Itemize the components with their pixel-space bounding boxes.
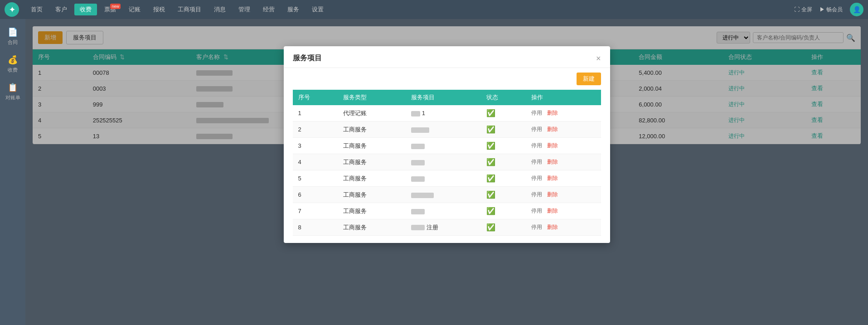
modal-cell-item bbox=[406, 187, 481, 203]
modal-cell-action: 停用 删除 bbox=[526, 154, 601, 170]
contract-icon: 📄 bbox=[8, 27, 18, 37]
modal-table-row: 2 工商服务 ✅ 停用 删除 bbox=[293, 121, 601, 138]
delete-button[interactable]: 删除 bbox=[547, 126, 558, 133]
member-label[interactable]: ▶ 畅会员 bbox=[820, 6, 843, 14]
modal-cell-type: 工商服务 bbox=[338, 219, 406, 236]
service-items-modal: 服务项目 × 新建 序号 服务类型 服务项目 状态 bbox=[284, 46, 610, 243]
modal-cell-seq: 7 bbox=[293, 203, 338, 219]
stop-button[interactable]: 停用 bbox=[531, 158, 542, 166]
stop-button[interactable]: 停用 bbox=[531, 175, 542, 182]
delete-button[interactable]: 删除 bbox=[547, 109, 558, 117]
modal-cell-seq: 3 bbox=[293, 138, 338, 154]
nav-settings[interactable]: 设置 bbox=[306, 4, 329, 15]
modal-cell-seq: 2 bbox=[293, 121, 338, 138]
modal-cell-type: 工商服务 bbox=[338, 187, 406, 203]
nav-business[interactable]: 工商项目 bbox=[172, 4, 207, 15]
sidebar-item-reconcile[interactable]: 📋 对账单 bbox=[1, 79, 24, 105]
new-badge: new bbox=[110, 4, 121, 9]
delete-button[interactable]: 删除 bbox=[547, 207, 558, 215]
modal-table-row: 7 工商服务 ✅ 停用 删除 bbox=[293, 203, 601, 219]
stop-button[interactable]: 停用 bbox=[531, 223, 542, 231]
blurred-item bbox=[411, 111, 420, 116]
modal-table-row: 3 工商服务 ✅ 停用 删除 bbox=[293, 138, 601, 154]
modal-close-button[interactable]: × bbox=[596, 54, 601, 63]
stop-button[interactable]: 停用 bbox=[531, 191, 542, 199]
blurred-item bbox=[411, 209, 425, 214]
modal-cell-type: 代理记账 bbox=[338, 105, 406, 121]
nav-message[interactable]: 消息 bbox=[209, 4, 231, 15]
stop-button[interactable]: 停用 bbox=[531, 207, 542, 215]
modal-cell-type: 工商服务 bbox=[338, 121, 406, 138]
modal-th-item: 服务项目 bbox=[406, 90, 481, 105]
modal-cell-type: 工商服务 bbox=[338, 170, 406, 187]
blurred-item bbox=[411, 176, 425, 182]
blurred-item bbox=[411, 225, 425, 230]
modal-cell-seq: 6 bbox=[293, 187, 338, 203]
modal-cell-item: 1 bbox=[406, 105, 481, 121]
sidebar: 📄 合同 💰 收费 📋 对账单 bbox=[0, 19, 25, 325]
check-icon: ✅ bbox=[486, 223, 495, 231]
modal-cell-action: 停用 删除 bbox=[526, 105, 601, 121]
fee-icon: 💰 bbox=[8, 55, 18, 65]
blurred-item bbox=[411, 160, 425, 165]
item-suffix-register: 注册 bbox=[427, 224, 438, 231]
modal-cell-seq: 5 bbox=[293, 170, 338, 187]
modal-cell-status: ✅ bbox=[481, 138, 526, 154]
modal-cell-status: ✅ bbox=[481, 121, 526, 138]
nav-bookkeeping[interactable]: 记账 bbox=[123, 4, 146, 15]
stop-button[interactable]: 停用 bbox=[531, 109, 542, 117]
check-icon: ✅ bbox=[486, 207, 495, 215]
modal-cell-action: 停用 删除 bbox=[526, 121, 601, 138]
modal-cell-status: ✅ bbox=[481, 203, 526, 219]
nav-tax[interactable]: 报税 bbox=[148, 4, 170, 15]
user-avatar[interactable]: 👤 bbox=[850, 3, 863, 16]
delete-button[interactable]: 删除 bbox=[547, 142, 558, 150]
modal-new-button[interactable]: 新建 bbox=[577, 73, 601, 85]
modal-cell-seq: 4 bbox=[293, 154, 338, 170]
fullscreen-label[interactable]: ⛶ 全屏 bbox=[794, 6, 812, 14]
app-logo: ✦ bbox=[5, 2, 19, 17]
service-items-table: 序号 服务类型 服务项目 状态 操作 1 代理记账 1 bbox=[293, 90, 601, 236]
nav-fee[interactable]: 收费 bbox=[74, 4, 97, 15]
modal-table-row: 4 工商服务 ✅ 停用 删除 bbox=[293, 154, 601, 170]
nav-service[interactable]: 服务 bbox=[282, 4, 305, 15]
sidebar-item-fee[interactable]: 💰 收费 bbox=[1, 51, 24, 77]
main-layout: 📄 合同 💰 收费 📋 对账单 新增 服务项目 进行中 全部 已结束 bbox=[0, 19, 868, 325]
nav-invoice[interactable]: 票据 new bbox=[99, 4, 121, 15]
sidebar-label-fee: 收费 bbox=[8, 67, 18, 73]
modal-th-seq: 序号 bbox=[293, 90, 338, 105]
check-icon: ✅ bbox=[486, 142, 495, 150]
modal-cell-status: ✅ bbox=[481, 170, 526, 187]
delete-button[interactable]: 删除 bbox=[547, 175, 558, 182]
sidebar-item-contract[interactable]: 📄 合同 bbox=[1, 24, 24, 49]
check-icon: ✅ bbox=[486, 158, 495, 166]
modal-table-row: 6 工商服务 ✅ 停用 删除 bbox=[293, 187, 601, 203]
modal-cell-action: 停用 删除 bbox=[526, 138, 601, 154]
nav-customer[interactable]: 客户 bbox=[50, 4, 73, 15]
main-content: 新增 服务项目 进行中 全部 已结束 🔍 序号 合同编码 bbox=[25, 19, 868, 325]
modal-title: 服务项目 bbox=[293, 53, 322, 63]
check-icon: ✅ bbox=[486, 175, 495, 182]
sidebar-label-reconcile: 对账单 bbox=[5, 94, 20, 101]
top-navigation: ✦ 首页 客户 收费 票据 new 记账 报税 工商项目 消息 管理 经营 服务… bbox=[0, 0, 868, 19]
logo-icon: ✦ bbox=[9, 5, 15, 14]
nav-manage[interactable]: 管理 bbox=[233, 4, 256, 15]
delete-button[interactable]: 删除 bbox=[547, 223, 558, 231]
modal-cell-action: 停用 删除 bbox=[526, 203, 601, 219]
stop-button[interactable]: 停用 bbox=[531, 142, 542, 150]
modal-th-action: 操作 bbox=[526, 90, 601, 105]
nav-right: ⛶ 全屏 ▶ 畅会员 👤 bbox=[794, 3, 863, 16]
delete-button[interactable]: 删除 bbox=[547, 191, 558, 199]
modal-cell-type: 工商服务 bbox=[338, 138, 406, 154]
stop-button[interactable]: 停用 bbox=[531, 126, 542, 133]
modal-cell-seq: 8 bbox=[293, 219, 338, 236]
modal-cell-action: 停用 删除 bbox=[526, 170, 601, 187]
modal-cell-status: ✅ bbox=[481, 105, 526, 121]
modal-toolbar: 新建 bbox=[284, 68, 610, 90]
nav-home[interactable]: 首页 bbox=[25, 4, 48, 15]
nav-operate[interactable]: 经营 bbox=[257, 4, 280, 15]
reconcile-icon: 📋 bbox=[8, 82, 18, 92]
modal-cell-item bbox=[406, 170, 481, 187]
modal-overlay: 服务项目 × 新建 序号 服务类型 服务项目 状态 bbox=[25, 19, 868, 325]
delete-button[interactable]: 删除 bbox=[547, 158, 558, 166]
